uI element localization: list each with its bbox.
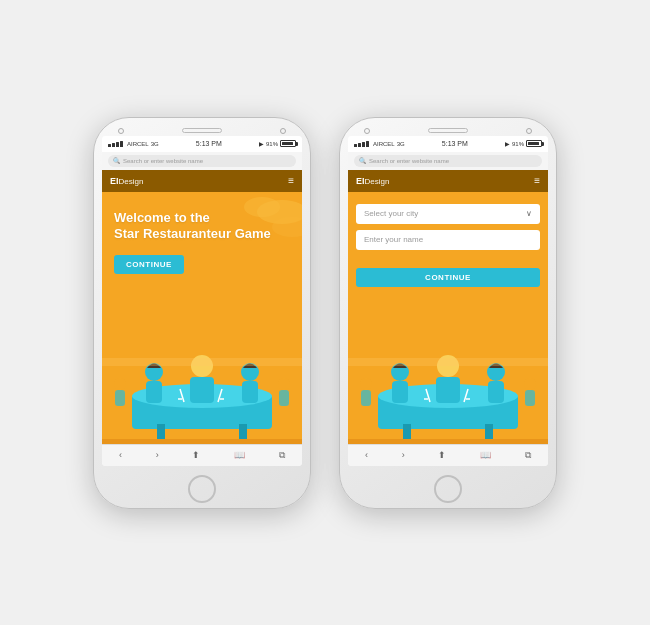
search-bar-2[interactable]: 🔍 Search or enter website name <box>354 155 542 167</box>
logo-light-2: Design <box>365 177 390 186</box>
app-header-1: EIDesign ≡ <box>102 170 302 192</box>
book-icon-1[interactable]: 📖 <box>234 450 245 460</box>
search-placeholder-1: Search or enter website name <box>123 158 203 164</box>
browser-bar-2: 🔍 Search or enter website name <box>348 152 548 170</box>
network-2: 3G <box>397 141 405 147</box>
back-icon-2[interactable]: ‹ <box>365 450 368 460</box>
status-bar-2: AIRCEL 3G 5:13 PM ▶ 91% <box>348 136 548 152</box>
svg-rect-32 <box>525 390 535 406</box>
svg-rect-17 <box>102 439 302 444</box>
hamburger-icon-2[interactable]: ≡ <box>534 175 540 186</box>
sensor-dot-2 <box>526 128 532 134</box>
book-icon-2[interactable]: 📖 <box>480 450 491 460</box>
search-placeholder-2: Search or enter website name <box>369 158 449 164</box>
screen-2: AIRCEL 3G 5:13 PM ▶ 91% 🔍 Search or ente… <box>348 136 548 466</box>
app-logo-2: EIDesign <box>356 176 389 186</box>
phone-2: AIRCEL 3G 5:13 PM ▶ 91% 🔍 Search or ente… <box>339 117 557 509</box>
home-button-1[interactable] <box>188 475 216 503</box>
svg-rect-26 <box>488 381 504 403</box>
logo-bold-1: EI <box>110 176 119 186</box>
svg-rect-8 <box>146 381 162 403</box>
svg-point-13 <box>114 378 126 390</box>
status-bar-1: AIRCEL 3G 5:13 PM ▶ 91% <box>102 136 302 152</box>
browser-bar-1: 🔍 Search or enter website name <box>102 152 302 170</box>
welcome-content: Welcome to the Star Restauranteur Game C… <box>102 192 302 283</box>
welcome-screen: Welcome to the Star Restauranteur Game C… <box>102 192 302 444</box>
speaker-hole-1 <box>182 128 222 133</box>
svg-point-29 <box>360 378 372 390</box>
dropdown-arrow-icon: ∨ <box>526 209 532 218</box>
battery-pct-1: 91% <box>266 141 278 147</box>
browser-nav-2: ‹ › ⬆ 📖 ⧉ <box>348 444 548 466</box>
camera-dot-2 <box>364 128 370 134</box>
carrier-1: AIRCEL <box>127 141 149 147</box>
search-bar-1[interactable]: 🔍 Search or enter website name <box>108 155 296 167</box>
forward-icon-2[interactable]: › <box>402 450 405 460</box>
forward-icon-1[interactable]: › <box>156 450 159 460</box>
back-icon-1[interactable]: ‹ <box>119 450 122 460</box>
home-button-2[interactable] <box>434 475 462 503</box>
title-line1: Welcome to the <box>114 210 210 225</box>
svg-rect-30 <box>361 390 371 406</box>
restaurant-illustration-2 <box>348 334 548 444</box>
name-label: Enter your name <box>364 235 423 244</box>
svg-rect-12 <box>190 377 214 403</box>
tabs-icon-1[interactable]: ⧉ <box>279 450 285 461</box>
time-2: 5:13 PM <box>442 140 468 147</box>
search-icon-1: 🔍 <box>113 157 120 164</box>
sensor-dot-1 <box>280 128 286 134</box>
camera-dot-1 <box>118 128 124 134</box>
svg-rect-33 <box>348 439 548 444</box>
form-screen: Select your city ∨ Enter your name CONTI… <box>348 192 548 444</box>
svg-rect-28 <box>436 377 460 403</box>
signal-icon-2: ▶ <box>505 140 510 147</box>
signal-icon-1: ▶ <box>259 140 264 147</box>
battery-pct-2: 91% <box>512 141 524 147</box>
svg-rect-16 <box>279 390 289 406</box>
screen-1: AIRCEL 3G 5:13 PM ▶ 91% 🔍 Search or ente… <box>102 136 302 466</box>
app-logo-1: EIDesign <box>110 176 143 186</box>
tabs-icon-2[interactable]: ⧉ <box>525 450 531 461</box>
network-1: 3G <box>151 141 159 147</box>
phone-1: AIRCEL 3G 5:13 PM ▶ 91% 🔍 Search or ente… <box>93 117 311 509</box>
carrier-2: AIRCEL <box>373 141 395 147</box>
city-label: Select your city <box>364 209 418 218</box>
continue-button-2[interactable]: CONTINUE <box>356 268 540 287</box>
welcome-title: Welcome to the Star Restauranteur Game <box>114 210 290 244</box>
hamburger-icon-1[interactable]: ≡ <box>288 175 294 186</box>
phones-container: AIRCEL 3G 5:13 PM ▶ 91% 🔍 Search or ente… <box>93 117 557 509</box>
logo-bold-2: EI <box>356 176 365 186</box>
name-input[interactable]: Enter your name <box>356 230 540 250</box>
city-dropdown[interactable]: Select your city ∨ <box>356 204 540 224</box>
restaurant-illustration-1 <box>102 334 302 444</box>
share-icon-2[interactable]: ⬆ <box>438 450 446 460</box>
continue-button-1[interactable]: CONTINUE <box>114 255 184 274</box>
speaker-hole-2 <box>428 128 468 133</box>
svg-rect-14 <box>115 390 125 406</box>
logo-light-1: Design <box>119 177 144 186</box>
app-header-2: EIDesign ≡ <box>348 170 548 192</box>
search-icon-2: 🔍 <box>359 157 366 164</box>
browser-nav-1: ‹ › ⬆ 📖 ⧉ <box>102 444 302 466</box>
share-icon-1[interactable]: ⬆ <box>192 450 200 460</box>
title-line2: Star Restauranteur Game <box>114 226 271 241</box>
svg-rect-24 <box>392 381 408 403</box>
svg-point-15 <box>278 378 290 390</box>
svg-point-31 <box>524 378 536 390</box>
svg-rect-10 <box>242 381 258 403</box>
time-1: 5:13 PM <box>196 140 222 147</box>
